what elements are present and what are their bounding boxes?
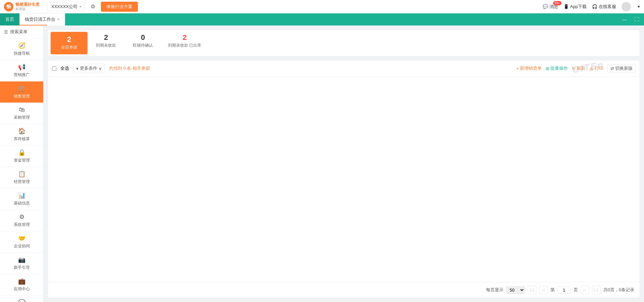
refresh-icon: ↻ [572,66,576,71]
shipped-count: 2 [168,33,201,42]
tab-home[interactable]: 首页 [0,13,19,25]
sidebar-item-wechat[interactable]: 💬 企业微信 [0,296,43,302]
summary-tabs: 2 全部单据 2 到期未收款 0 旺辅待确认 2 到期未收款 已出库 [48,29,640,57]
username-area[interactable]: ▾ [636,4,640,9]
sidebar-item-basic-info[interactable]: 📊 基础信息 [0,188,43,210]
sidebar-item-inventory[interactable]: 🏠 库存核算 [0,124,43,145]
print-label: 打印 [595,65,603,71]
sales-label: 销售管理 [14,94,30,99]
company-selector[interactable]: XXXXXX公司 ▾ [48,2,85,11]
search-label: 搜索菜单 [10,29,28,35]
top-bar: 畅 畅捷通好生意 标准版 XXXXXX公司 ▾ ⚙ 体验行业方案 💬 消息 99… [0,0,644,13]
tab-wangwang[interactable]: 0 旺辅待确认 [124,30,161,56]
prev-page-btn[interactable]: ◁ [539,286,548,294]
batch-icon: ⊞ [546,66,549,71]
total-info: 共0页，0条记录 [603,287,634,293]
user-chevron-icon: ▾ [638,4,640,9]
message-badge: 99+ [553,1,561,5]
sidebar-item-quick-nav[interactable]: 🧭 快捷导航 [0,39,43,60]
nav-controls: — ⛶ [620,15,644,24]
refresh-label: 刷新 [577,65,585,71]
guide-label: 新手引导 [14,265,30,270]
online-service-label: 在线客服 [599,4,616,10]
main-layout: ☰ 搜索菜单 🧭 快捷导航 📢 营销推广 🛒 销售管理 🛍 采购管理 🏠 库存核… [0,25,644,302]
messages-btn[interactable]: 💬 消息 99+ [543,4,558,10]
sidebar-search[interactable]: ☰ 搜索菜单 [0,25,43,39]
found-number: 0 [123,66,126,71]
page-label-prefix: 第 [550,287,555,293]
print-btn[interactable]: 🖨 打印 [589,65,603,71]
sidebar-item-app-center[interactable]: 💼 应用中心 [0,274,43,296]
per-page-label: 每页显示 [486,287,503,293]
last-page-btn[interactable]: ▷| [592,286,601,294]
page-number-input[interactable]: 1 [557,287,571,294]
tab-overdue[interactable]: 2 到期未收款 [88,30,124,56]
sidebar-item-marketing[interactable]: 📢 营销推广 [0,60,43,81]
logo-icon: 畅 [4,2,13,11]
sales-icon: 🛒 [18,85,25,92]
select-all-checkbox[interactable] [52,66,56,71]
tab-shipped[interactable]: 2 到期未收款 已出库 [161,30,208,56]
sidebar-item-finance[interactable]: 🔒 资金管理 [0,145,43,167]
experience-button[interactable]: 体验行业方案 [101,2,138,12]
overdue-count: 2 [94,33,118,42]
content-area: 2 全部单据 2 到期未收款 0 旺辅待确认 2 到期未收款 已出库 [44,25,644,302]
print-icon: 🖨 [589,66,594,71]
plus-icon: + [516,66,519,71]
filter-btn[interactable]: ▾ 更多条件 ∨ [73,64,105,73]
overdue-label: 到期未收款 [94,43,118,48]
sidebar-item-guide[interactable]: 📷 新手引导 [0,253,43,274]
nav-tabs: 首页 钱货日清工作台 × — ⛶ [0,13,644,25]
tab-close-icon[interactable]: × [57,17,60,22]
inventory-label: 库存核算 [14,136,30,142]
online-service-btn[interactable]: 🎧 在线客服 [592,4,616,10]
switch-version-btn[interactable]: ⇄ 切换新版 [607,64,636,73]
app-center-label: 应用中心 [14,286,30,292]
operations-icon: 📋 [18,170,25,178]
workbench-area: 2 全部单据 2 到期未收款 0 旺辅待确认 2 到期未收款 已出库 [44,25,644,302]
refresh-btn[interactable]: ↻ 刷新 [572,65,585,71]
cooperation-label: 企业协同 [14,243,30,249]
all-orders-label: 全部单据 [57,45,81,50]
wangwang-label: 旺辅待确认 [131,43,155,48]
sidebar-item-purchase[interactable]: 🛍 采购管理 [0,103,43,124]
guide-icon: 📷 [18,256,25,263]
operations-label: 经营管理 [14,179,30,185]
quick-nav-label: 快捷导航 [14,51,30,56]
settings-icon[interactable]: ⚙ [88,1,98,12]
wechat-icon: 💬 [18,299,25,302]
found-count-text: 共找到 0 条 相关单据 [109,65,150,71]
sidebar-item-cooperation[interactable]: 🤝 企业协同 [0,231,43,253]
inventory-icon: 🏠 [18,127,25,135]
table-container: 全选 ▾ 更多条件 ∨ 共找到 0 条 相关单据 + 新增 [48,60,640,298]
message-icon: 💬 [543,4,548,9]
per-page-select[interactable]: 50 20 100 [506,286,525,294]
page-label-suffix: 页 [574,287,578,293]
batch-operation-btn[interactable]: ⊞ 批量操作 [546,65,568,71]
basic-info-label: 基础信息 [14,200,30,206]
app-center-icon: 💼 [18,278,25,285]
home-tab-label: 首页 [5,16,14,22]
app-download-label: App下载 [570,4,587,10]
shipped-label: 到期未收款 已出库 [168,43,201,48]
top-right-area: 💬 消息 99+ 📱 App下载 🎧 在线客服 ▾ [543,2,640,11]
first-page-btn[interactable]: |◁ [528,286,536,294]
found-unit: 条 相关单据 [127,66,150,71]
avatar[interactable] [622,2,631,11]
sidebar-item-system[interactable]: ⚙ 系统管理 [0,210,43,231]
purchase-icon: 🛍 [19,106,25,113]
batch-label: 批量操作 [550,65,568,71]
service-icon: 🎧 [592,4,597,9]
add-order-btn[interactable]: + 新增销货单 [516,65,542,71]
next-page-btn[interactable]: ▷ [581,286,589,294]
chevron-down-icon: ▾ [79,5,81,8]
app-download-btn[interactable]: 📱 App下载 [564,4,587,10]
tab-all-orders[interactable]: 2 全部单据 [51,32,88,54]
maximize-btn[interactable]: ⛶ [632,15,641,24]
minimize-btn[interactable]: — [620,15,629,24]
sidebar-item-sales[interactable]: 🛒 销售管理 [0,81,43,103]
sidebar-item-operations[interactable]: 📋 经营管理 [0,167,43,188]
tab-workbench[interactable]: 钱货日清工作台 × [19,13,65,25]
logo-area: 畅 畅捷通好生意 标准版 [4,2,48,11]
add-order-label: 新增销货单 [520,65,542,71]
